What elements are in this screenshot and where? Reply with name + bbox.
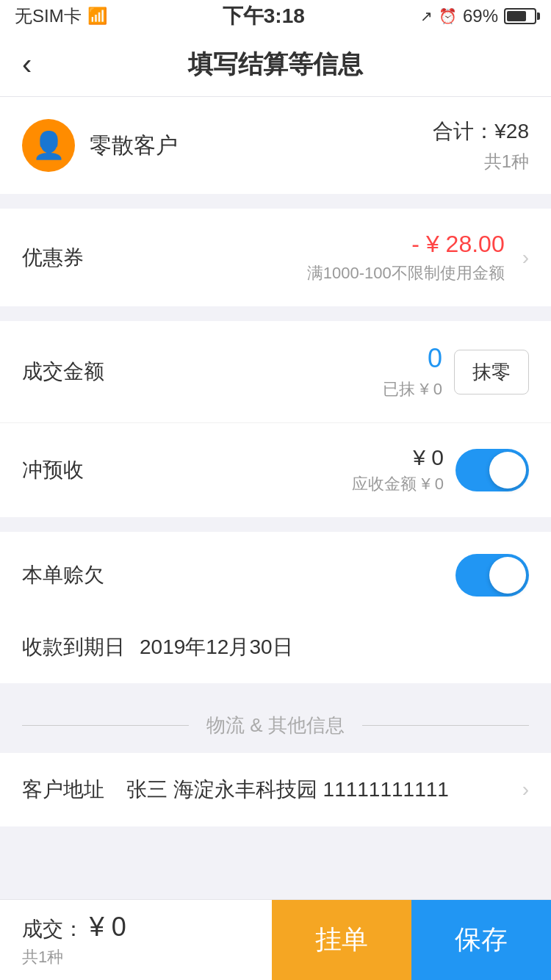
prepayment-toggle[interactable] — [455, 449, 529, 491]
bottom-deal-label: 成交： — [22, 918, 84, 940]
due-date-value: 2019年12月30日 — [140, 633, 293, 661]
coupon-amount: - ¥ 28.00 — [307, 231, 505, 258]
status-left: 无SIM卡 📶 — [15, 4, 107, 28]
address-chevron-icon: › — [522, 778, 529, 801]
coupon-right-area: - ¥ 28.00 满1000-100不限制使用金额 › — [307, 231, 529, 284]
address-label: 客户地址 — [22, 776, 104, 804]
deal-amount-sub: 已抹 ¥ 0 — [383, 378, 442, 400]
wifi-icon: 📶 — [87, 7, 107, 26]
prepayment-row: 冲预收 ¥ 0 应收金额 ¥ 0 — [0, 423, 551, 517]
deal-amount-value[interactable]: 0 — [428, 343, 442, 374]
hold-button[interactable]: 挂单 — [272, 900, 411, 981]
amount-section: 成交金额 0 已抹 ¥ 0 抹零 冲预收 ¥ 0 应收金额 ¥ 0 — [0, 321, 551, 517]
alarm-icon: ⏰ — [439, 7, 457, 25]
battery-icon — [504, 8, 536, 24]
customer-total: 合计：¥28 — [433, 118, 529, 145]
customer-right: 合计：¥28 共1种 — [433, 118, 529, 173]
page-title: 填写结算等信息 — [188, 48, 363, 82]
prepay-info: ¥ 0 应收金额 ¥ 0 — [352, 445, 444, 495]
credit-section: 本单赊欠 收款到期日 2019年12月30日 — [0, 532, 551, 683]
carrier-label: 无SIM卡 — [15, 4, 82, 28]
customer-left: 👤 零散客户 — [22, 119, 178, 172]
status-bar: 无SIM卡 📶 下午3:18 ↗ ⏰ 69% — [0, 0, 551, 32]
back-button[interactable]: ‹ — [22, 48, 32, 81]
nav-bar: ‹ 填写结算等信息 — [0, 32, 551, 97]
status-right: ↗ ⏰ 69% — [420, 6, 536, 26]
due-date-label: 收款到期日 — [22, 633, 125, 661]
prepay-sub: 应收金额 ¥ 0 — [352, 473, 444, 495]
customer-count: 共1种 — [433, 150, 529, 173]
person-icon: 👤 — [32, 130, 65, 161]
prepay-amount: ¥ 0 — [352, 445, 444, 470]
coupon-section: 优惠券 - ¥ 28.00 满1000-100不限制使用金额 › — [0, 209, 551, 306]
round-zero-button[interactable]: 抹零 — [454, 350, 529, 394]
address-row[interactable]: 客户地址 张三 海淀永丰科技园 11111111111 › — [0, 753, 551, 826]
coupon-info: - ¥ 28.00 满1000-100不限制使用金额 — [307, 231, 505, 284]
bottom-count: 共1种 — [22, 946, 250, 968]
bottom-deal-line: 成交： ¥ 0 — [22, 912, 250, 943]
credit-label: 本单赊欠 — [22, 561, 104, 589]
coupon-row[interactable]: 优惠券 - ¥ 28.00 满1000-100不限制使用金额 › — [0, 209, 551, 306]
deal-amount-label: 成交金额 — [22, 358, 104, 386]
save-button[interactable]: 保存 — [411, 900, 551, 981]
avatar: 👤 — [22, 119, 75, 172]
credit-toggle[interactable] — [455, 554, 529, 597]
coupon-desc: 满1000-100不限制使用金额 — [307, 262, 505, 284]
prepayment-label: 冲预收 — [22, 456, 84, 484]
logistics-title: 物流 & 其他信息 — [189, 713, 362, 738]
address-value: 张三 海淀永丰科技园 11111111111 — [126, 776, 516, 804]
status-time: 下午3:18 — [223, 2, 305, 30]
bottom-amount: ¥ 0 — [90, 912, 126, 942]
customer-name: 零散客户 — [90, 131, 178, 161]
battery-label: 69% — [463, 6, 498, 26]
customer-card: 👤 零散客户 合计：¥28 共1种 — [0, 97, 551, 194]
due-date-row: 收款到期日 2019年12月30日 — [0, 619, 551, 683]
bottom-bar: 成交： ¥ 0 共1种 挂单 保存 — [0, 899, 551, 980]
location-icon: ↗ — [420, 7, 433, 25]
chevron-right-icon: › — [522, 246, 529, 270]
logistics-section-title-row: 物流 & 其他信息 — [0, 698, 551, 753]
amount-input-area: 0 已抹 ¥ 0 — [383, 343, 442, 400]
prepayment-right: ¥ 0 应收金额 ¥ 0 — [352, 445, 529, 495]
title-line-left — [22, 725, 189, 726]
title-line-right — [362, 725, 529, 726]
coupon-label: 优惠券 — [22, 244, 84, 272]
deal-amount-row: 成交金额 0 已抹 ¥ 0 抹零 — [0, 321, 551, 423]
content: 👤 零散客户 合计：¥28 共1种 优惠券 - ¥ 28.00 满1000-10… — [0, 97, 551, 915]
credit-row: 本单赊欠 — [0, 532, 551, 619]
bottom-left: 成交： ¥ 0 共1种 — [0, 912, 272, 968]
deal-amount-right: 0 已抹 ¥ 0 抹零 — [383, 343, 529, 400]
